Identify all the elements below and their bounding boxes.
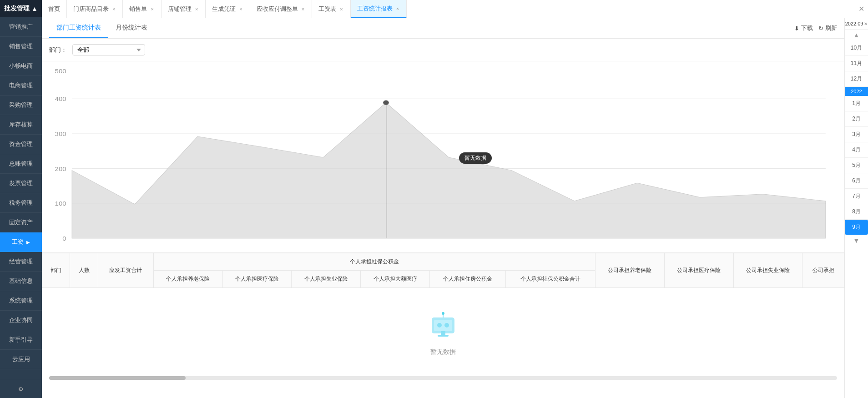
- sidebar-item-inventory[interactable]: 库存核算: [0, 115, 42, 135]
- tab-close-payroll[interactable]: ×: [339, 5, 343, 13]
- col-count: 人数: [70, 253, 98, 288]
- timeline-month-12[interactable]: 12月: [845, 71, 868, 87]
- svg-rect-18: [441, 331, 445, 335]
- sidebar-arrow-icon: ▶: [26, 240, 30, 245]
- tab-home[interactable]: 首页: [42, 0, 67, 18]
- filter-dept-select[interactable]: 全部: [72, 44, 145, 55]
- sub-tab-bar: 部门工资统计表 月份统计表 ⬇ 下载 ↻ 刷新: [42, 18, 844, 39]
- timeline-close-icon[interactable]: ✕: [864, 21, 868, 26]
- col-total-salary: 应发工资合计: [98, 253, 153, 288]
- tab-store-mgmt[interactable]: 店铺管理 ×: [161, 0, 206, 18]
- timeline-down-nav[interactable]: ▼: [852, 235, 862, 246]
- tab-month-stats[interactable]: 月份统计表: [108, 18, 155, 38]
- sidebar-item-ledger[interactable]: 总账管理: [0, 154, 42, 174]
- sidebar-item-ecom[interactable]: 电商管理: [0, 76, 42, 96]
- timeline-up-nav[interactable]: ▲: [852, 30, 862, 40]
- sidebar-item-ecom-small[interactable]: 小畅电商: [0, 56, 42, 76]
- refresh-icon: ↻: [818, 25, 823, 32]
- empty-icon: [425, 306, 461, 343]
- col-personal-unemployment: 个人承担失业保险: [292, 271, 361, 288]
- horizontal-scrollbar[interactable]: [49, 376, 837, 380]
- sidebar-item-sales[interactable]: 销售管理: [0, 37, 42, 56]
- timeline-month-1[interactable]: 1月: [845, 96, 868, 111]
- timeline-year-display: 2022.09: [845, 21, 863, 26]
- col-personal-housing: 个人承担住房公积金: [429, 271, 505, 288]
- sidebar-settings-button[interactable]: ⚙: [0, 380, 42, 398]
- sidebar-item-collab[interactable]: 企业协同: [0, 311, 42, 330]
- tab-sales[interactable]: 销售单 ×: [123, 0, 161, 18]
- sub-tab-left: 部门工资统计表 月份统计表: [49, 18, 155, 38]
- timeline-month-4[interactable]: 4月: [845, 142, 868, 158]
- col-company-unemployment: 公司承担失业保险: [733, 253, 802, 288]
- col-personal-medical: 个人承担医疗保险: [222, 271, 292, 288]
- sidebar-item-system[interactable]: 系统管理: [0, 291, 42, 311]
- timeline-month-2[interactable]: 2月: [845, 111, 868, 127]
- svg-rect-12: [386, 103, 387, 238]
- horizontal-scroll-thumb[interactable]: [49, 376, 186, 380]
- chart-svg: 0 100 200 300 400 500: [49, 69, 837, 245]
- tab-close-sales[interactable]: ×: [150, 5, 154, 13]
- data-table: 部门 人数 应发工资合计 个人承担社保公积金 公司承担养老保险 公司承担医疗保险…: [42, 253, 844, 288]
- sidebar-item-salary[interactable]: 工资 ▶: [0, 232, 42, 252]
- svg-text:100: 100: [55, 201, 67, 207]
- tab-adjustment[interactable]: 应收应付调整单 ×: [250, 0, 312, 18]
- chart-container: 0 100 200 300 400 500: [42, 61, 844, 252]
- close-all-icon[interactable]: ✕: [858, 5, 864, 13]
- filter-dept-label: 部门：: [49, 46, 67, 54]
- sidebar-item-guide[interactable]: 新手引导: [0, 330, 42, 350]
- col-personal-large-medical: 个人承担大额医疗: [361, 271, 430, 288]
- svg-point-21: [442, 312, 444, 315]
- svg-text:0: 0: [62, 236, 66, 242]
- refresh-button[interactable]: ↻ 刷新: [818, 24, 837, 32]
- svg-point-13: [383, 100, 389, 105]
- sidebar-item-tax[interactable]: 税务管理: [0, 193, 42, 213]
- timeline-month-10[interactable]: 10月: [845, 40, 868, 56]
- tab-voucher[interactable]: 生成凭证 ×: [206, 0, 250, 18]
- timeline-month-5[interactable]: 5月: [845, 158, 868, 173]
- svg-point-16: [437, 323, 442, 327]
- tab-close-payroll-report[interactable]: ×: [395, 5, 400, 12]
- content-area: 部门工资统计表 月份统计表 ⬇ 下载 ↻ 刷新: [42, 18, 868, 398]
- tab-close-store-mgmt[interactable]: ×: [194, 5, 199, 13]
- svg-marker-11: [72, 103, 826, 238]
- tab-bar-end: ✕: [855, 5, 868, 13]
- timeline-month-9[interactable]: 9月: [845, 220, 868, 235]
- col-company-other: 公司承担: [802, 253, 844, 288]
- timeline-month-8[interactable]: 8月: [845, 204, 868, 220]
- tab-bar: 首页 门店商品目录 × 销售单 × 店铺管理 × 生成凭证 × 应收应付调整单 …: [42, 0, 868, 18]
- sidebar-item-cloud[interactable]: 云应用: [0, 350, 42, 369]
- download-button[interactable]: ⬇ 下载: [794, 24, 813, 32]
- filter-bar: 部门： 全部: [42, 39, 844, 61]
- sidebar-item-ops[interactable]: 经营管理: [0, 252, 42, 272]
- chart-tooltip: 暂无数据: [459, 152, 492, 164]
- timeline-month-3[interactable]: 3月: [845, 127, 868, 142]
- svg-rect-15: [434, 320, 452, 331]
- sidebar-item-finance[interactable]: 资金管理: [0, 135, 42, 154]
- timeline-month-7[interactable]: 7月: [845, 189, 868, 204]
- tab-close-store-catalog[interactable]: ×: [111, 5, 116, 13]
- sidebar-item-basic[interactable]: 基础信息: [0, 272, 42, 291]
- svg-text:300: 300: [55, 131, 67, 137]
- tab-close-adjustment[interactable]: ×: [301, 5, 305, 13]
- timeline-month-11[interactable]: 11月: [845, 56, 868, 71]
- sidebar-title: 批发管理: [4, 5, 30, 13]
- tab-store-catalog[interactable]: 门店商品目录 ×: [67, 0, 123, 18]
- tab-close-voucher[interactable]: ×: [238, 5, 243, 13]
- col-company-medical: 公司承担医疗保险: [664, 253, 733, 288]
- sidebar-item-purchase[interactable]: 采购管理: [0, 96, 42, 115]
- timeline-month-6[interactable]: 6月: [845, 173, 868, 189]
- empty-text: 暂无数据: [430, 348, 456, 356]
- sidebar-item-invoice[interactable]: 发票管理: [0, 174, 42, 193]
- sidebar-item-marketing[interactable]: 营销推广: [0, 17, 42, 37]
- sidebar: 批发管理 ▲ 营销推广 销售管理 小畅电商 电商管理 采购管理 库存核算 资金管…: [0, 0, 42, 398]
- sidebar-item-assets[interactable]: 固定资产: [0, 213, 42, 232]
- col-company-pension: 公司承担养老保险: [595, 253, 664, 288]
- page-content: 部门工资统计表 月份统计表 ⬇ 下载 ↻ 刷新: [42, 18, 844, 398]
- svg-rect-19: [438, 335, 449, 337]
- tab-payroll-report[interactable]: 工资统计报表 ×: [351, 0, 407, 18]
- timeline-year-2022[interactable]: 2022: [845, 87, 868, 96]
- col-group-personal: 个人承担社保公积金: [153, 253, 595, 271]
- tab-dept-salary[interactable]: 部门工资统计表: [49, 18, 108, 38]
- sidebar-collapse-icon[interactable]: ▲: [31, 5, 38, 12]
- tab-payroll[interactable]: 工资表 ×: [312, 0, 350, 18]
